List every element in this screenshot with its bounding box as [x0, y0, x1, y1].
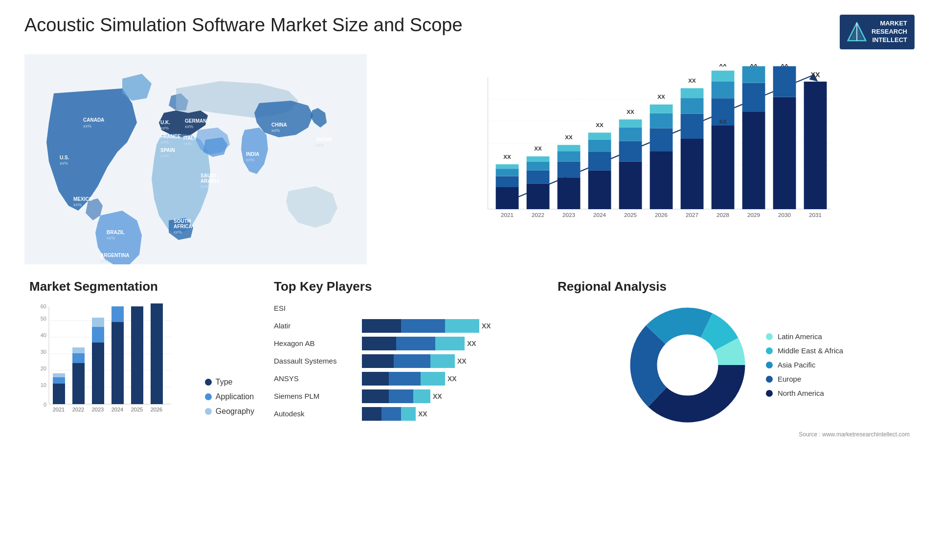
top-section: CANADA xx% U.S. xx% MEXICO xx% BRAZIL xx…	[24, 54, 915, 264]
bottom-section: Market Segmentation 0 10 20 30 40 50	[24, 274, 915, 545]
bar-2023-seg4	[558, 145, 581, 151]
bar-alatir-seg1	[362, 319, 401, 333]
bar-2028-seg4	[712, 70, 735, 82]
bar-hexagon-seg3	[435, 337, 465, 350]
player-name-esi: ESI	[274, 304, 357, 312]
bar-2030-seg1	[773, 97, 796, 209]
reg-legend-apac: Asia Pacific	[766, 361, 843, 369]
reg-dot-mea	[766, 347, 773, 354]
south-africa-value: xx%	[174, 230, 182, 235]
y-20: 20	[41, 366, 46, 371]
us-label: U.S.	[60, 155, 69, 160]
bar-2022-seg2	[527, 170, 550, 183]
year-2029: 2029	[747, 212, 760, 218]
year-2023: 2023	[562, 212, 575, 218]
reg-label-mea: Middle East & Africa	[778, 346, 843, 355]
italy-label: ITALY	[183, 135, 197, 141]
argentina-label: ARGENTINA	[100, 253, 129, 258]
bar-2023-label: XX	[565, 134, 573, 140]
bar-2023-seg3	[558, 151, 581, 162]
source-text: Source : www.marketresearchintellect.com	[558, 431, 910, 438]
bar-dassault-seg3	[430, 354, 455, 368]
argentina-value: xx%	[100, 258, 109, 263]
val-2031: XX	[810, 71, 820, 79]
south-africa-label: SOUTH	[174, 218, 191, 224]
bar-2028-label: XX	[719, 118, 727, 124]
seg-bar-2021-type	[53, 384, 65, 404]
mexico-value: xx%	[73, 202, 82, 207]
france-label: FRANCE	[160, 134, 181, 139]
player-row-hexagon: Hexagon AB XX	[274, 337, 538, 350]
year-2021: 2021	[501, 212, 514, 218]
spain-label: SPAIN	[160, 148, 175, 153]
legend-type-label: Type	[216, 378, 233, 387]
brazil-value: xx%	[107, 236, 115, 240]
bar-dassault-seg2	[394, 354, 430, 368]
china-value: xx%	[271, 128, 280, 133]
reg-label-apac: Asia Pacific	[778, 361, 816, 369]
segmentation-container: Market Segmentation 0 10 20 30 40 50	[24, 274, 259, 545]
seg-bar-2026-type	[151, 303, 163, 404]
player-name-dassault: Dassault Systemes	[274, 357, 357, 365]
bar-autodesk	[362, 407, 416, 421]
key-players-container: Top Key Players ESI Alatir	[269, 274, 543, 545]
year-2025: 2025	[624, 212, 637, 218]
world-map-container: CANADA xx% U.S. xx% MEXICO xx% BRAZIL xx…	[24, 54, 367, 264]
bar-2025-seg1	[619, 161, 642, 209]
bar-2027-seg4	[681, 88, 704, 98]
canada-value: xx%	[83, 124, 91, 129]
bar-2021-seg2	[496, 176, 519, 187]
france-value: xx%	[160, 140, 169, 145]
bar-ansys-seg1	[362, 372, 389, 386]
regional-inner: Latin America Middle East & Africa Asia …	[558, 302, 910, 429]
y-10: 10	[41, 382, 46, 388]
bar-hexagon-seg1	[362, 337, 396, 350]
bar-2022-seg1	[527, 183, 550, 209]
seg-year-2023: 2023	[92, 407, 104, 412]
bar-2022-seg4	[527, 156, 550, 162]
saudi-value: xx%	[201, 184, 209, 189]
y-40: 40	[41, 332, 46, 338]
year-2022: 2022	[532, 212, 544, 218]
bar-autodesk-seg3	[401, 407, 416, 421]
seg-bar-2022-app	[72, 353, 85, 363]
seg-bar-2022-type	[72, 363, 85, 404]
reg-label-na: North America	[778, 389, 824, 397]
bar-2021-label: XX	[503, 153, 511, 159]
reg-label-latin: Latin America	[778, 332, 822, 341]
player-row-siemens: Siemens PLM XX	[274, 389, 538, 403]
player-bar-siemens: XX	[362, 389, 538, 403]
player-bar-hexagon: XX	[362, 337, 538, 350]
bar-dassault	[362, 354, 455, 368]
player-bar-ansys: XX	[362, 372, 538, 386]
bar-2029-seg2	[742, 83, 765, 111]
player-bar-autodesk: XX	[362, 407, 538, 421]
bar-2022-label: XX	[534, 145, 542, 151]
brazil-label: BRAZIL	[107, 230, 125, 235]
bar-2024-seg2	[588, 152, 611, 171]
bar-2025-seg4	[619, 119, 642, 127]
y-50: 50	[41, 316, 46, 322]
legend-type-dot	[205, 379, 212, 386]
legend-geo-label: Geography	[216, 407, 254, 416]
germany-value: xx%	[185, 124, 193, 129]
japan-value: xx%	[315, 143, 324, 148]
reg-legend-europe: Europe	[766, 375, 843, 383]
key-players-title: Top Key Players	[274, 279, 538, 294]
player-bar-alatir: XX	[362, 319, 538, 333]
legend-geo-dot	[205, 408, 212, 415]
player-value-hexagon: XX	[467, 340, 476, 347]
page-title: Acoustic Simulation Software Market Size…	[24, 15, 463, 36]
year-2024: 2024	[593, 212, 606, 218]
segmentation-title: Market Segmentation	[29, 279, 254, 294]
y-0: 0	[44, 402, 46, 408]
bar-dassault-seg1	[362, 354, 394, 368]
year-2026: 2026	[655, 212, 668, 218]
bar-2028-seg1	[712, 126, 735, 209]
year-2027: 2027	[686, 212, 698, 218]
india-label: INDIA	[246, 151, 259, 157]
bar-2026-seg1	[650, 151, 673, 209]
regional-container: Regional Analysis	[553, 274, 915, 545]
seg-bar-2024-app	[112, 306, 124, 322]
donut-svg	[624, 302, 751, 429]
